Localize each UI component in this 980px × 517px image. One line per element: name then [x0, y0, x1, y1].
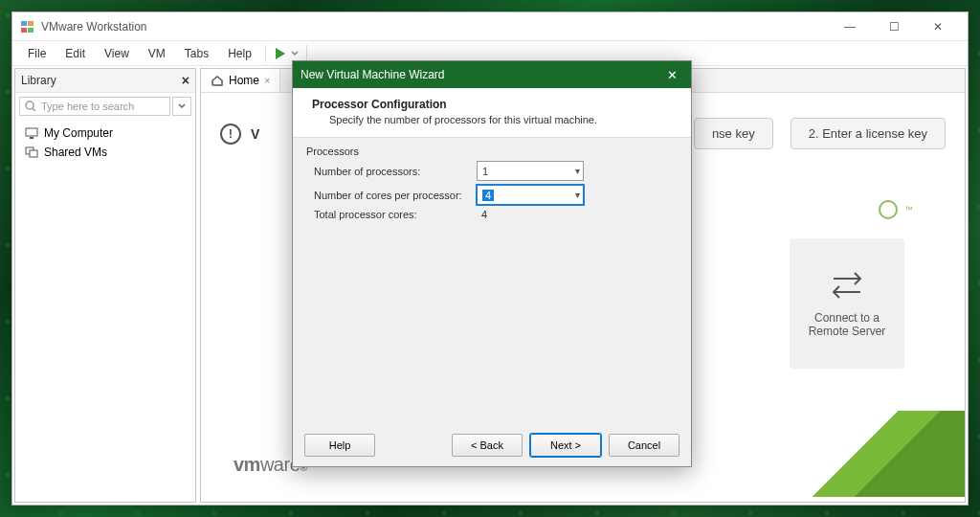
app-title: VMware Workstation [41, 20, 828, 34]
warning-text: V [251, 126, 259, 142]
tab-home[interactable]: Home × [201, 69, 280, 92]
svg-rect-10 [30, 150, 37, 157]
svg-rect-0 [21, 21, 27, 26]
search-filter-button[interactable] [172, 97, 191, 116]
chevron-down-icon [291, 50, 299, 57]
cancel-button[interactable]: Cancel [609, 434, 679, 457]
library-title: Library [21, 74, 56, 87]
close-button[interactable]: ✕ [916, 12, 960, 41]
remote-server-line2: Remote Server [809, 325, 886, 338]
dialog-title: New Virtual Machine Wizard [301, 68, 445, 81]
title-bar[interactable]: VMware Workstation — ☐ ✕ [12, 12, 968, 41]
next-button[interactable]: Next > [530, 434, 601, 457]
dialog-button-row: Help < Back Next > Cancel [293, 434, 691, 457]
dialog-body: Processors Number of processors: 1 ▾ Num… [293, 138, 691, 232]
svg-point-11 [880, 201, 897, 218]
back-button[interactable]: < Back [452, 434, 523, 457]
chevron-down-icon: ▾ [575, 190, 580, 200]
num-processors-value: 1 [482, 166, 488, 177]
tree-item-label: My Computer [44, 126, 113, 140]
arrows-exchange-icon [828, 269, 866, 302]
num-processors-label: Number of processors: [314, 166, 477, 177]
dialog-title-bar[interactable]: New Virtual Machine Wizard ✕ [293, 61, 691, 88]
connect-remote-server-button[interactable]: Connect to a Remote Server [790, 238, 904, 369]
dialog-close-button[interactable]: ✕ [661, 66, 683, 84]
tab-label: Home [229, 74, 259, 87]
maximize-button[interactable]: ☐ [872, 12, 916, 41]
help-button[interactable]: Help [304, 434, 375, 457]
warning-icon: ! [220, 124, 241, 145]
shared-icon [25, 146, 38, 158]
menu-separator [306, 45, 307, 62]
decorative-corner [773, 411, 965, 497]
remote-server-line1: Connect to a [809, 311, 886, 325]
play-icon [274, 47, 287, 60]
window-controls: — ☐ ✕ [828, 12, 960, 41]
search-input[interactable]: Type here to search [19, 97, 170, 116]
dialog-heading: Processor Configuration [312, 98, 676, 111]
total-cores-label: Total processor cores: [314, 209, 477, 220]
monitor-icon [25, 127, 38, 139]
cores-per-processor-value: 4 [482, 190, 494, 201]
library-header: Library × [15, 69, 195, 93]
num-processors-combo[interactable]: 1 ▾ [477, 161, 584, 181]
library-close-button[interactable]: × [182, 73, 189, 88]
decorative-circle-icon [878, 199, 899, 220]
tree-item-label: Shared VMs [44, 146, 107, 159]
svg-rect-3 [28, 28, 33, 33]
home-icon [211, 75, 224, 86]
search-icon [25, 101, 36, 112]
chevron-down-icon: ▾ [575, 166, 580, 176]
tree-item-shared-vms[interactable]: Shared VMs [17, 143, 193, 162]
menu-edit[interactable]: Edit [56, 43, 95, 64]
minimize-button[interactable]: — [828, 12, 872, 41]
group-processors-label: Processors [306, 146, 678, 157]
menu-view[interactable]: View [95, 43, 139, 64]
chevron-down-icon [178, 102, 186, 110]
svg-marker-4 [276, 48, 285, 59]
menu-separator [265, 45, 266, 62]
library-panel: Library × Type here to search My Compute… [14, 68, 196, 503]
dialog-header: Processor Configuration Specify the numb… [293, 88, 691, 138]
tm-mark: ™ [904, 205, 913, 214]
menu-vm[interactable]: VM [139, 43, 175, 64]
svg-rect-7 [26, 128, 37, 136]
svg-point-5 [26, 101, 33, 109]
tab-close-button[interactable]: × [264, 75, 270, 86]
cores-per-processor-label: Number of cores per processor: [314, 190, 477, 201]
svg-rect-1 [28, 21, 33, 26]
tree-item-my-computer[interactable]: My Computer [17, 124, 193, 143]
library-tree: My Computer Shared VMs [15, 120, 195, 166]
total-cores-value: 4 [477, 209, 487, 220]
svg-rect-2 [21, 28, 27, 33]
new-vm-wizard-dialog: New Virtual Machine Wizard ✕ Processor C… [292, 60, 692, 467]
enter-license-key-button[interactable]: 2. Enter a license key [791, 118, 946, 149]
cores-per-processor-combo[interactable]: 4 ▾ [477, 185, 584, 205]
menu-help[interactable]: Help [218, 43, 261, 64]
menu-file[interactable]: File [18, 43, 56, 64]
dialog-subheading: Specify the number of processors for thi… [329, 114, 676, 125]
menu-tabs[interactable]: Tabs [175, 43, 218, 64]
svg-line-6 [33, 108, 35, 111]
search-placeholder: Type here to search [41, 101, 134, 112]
license-key-fragment[interactable]: nse key [694, 118, 773, 149]
app-logo-icon [20, 19, 35, 34]
